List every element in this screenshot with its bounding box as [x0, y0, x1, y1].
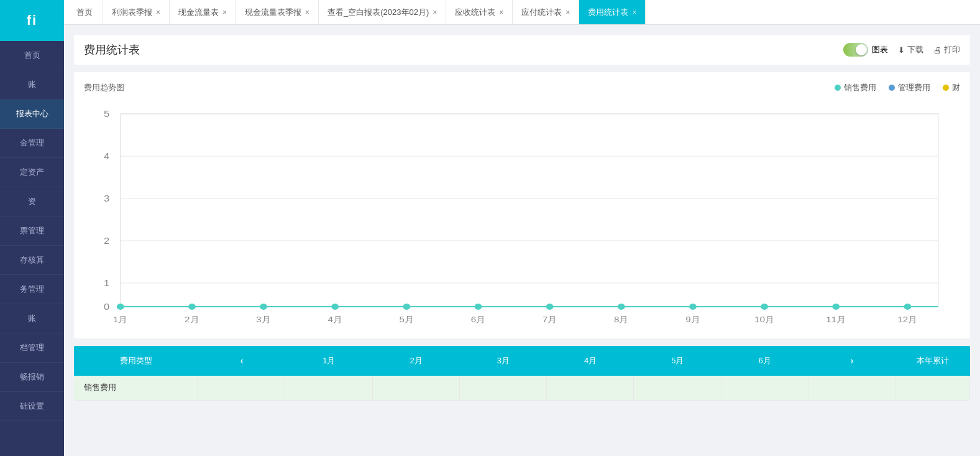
svg-text:3月: 3月 [256, 315, 271, 324]
svg-point-18 [475, 304, 482, 310]
chart-toggle-wrap: 图表 [843, 43, 888, 57]
tab-close-expense-stats[interactable]: × [632, 8, 636, 17]
prev-arrow[interactable]: ‹ [240, 355, 243, 366]
chart-title: 费用趋势图 [84, 82, 124, 93]
page-header: 费用统计表 图表 ⬇ 下载 🖨 打印 [74, 35, 970, 65]
sidebar-item-inventory[interactable]: 存核算 [0, 246, 64, 275]
tab-close-receivable[interactable]: × [499, 8, 503, 17]
chart-header: 费用趋势图 销售费用 管理费用 财 [84, 82, 960, 93]
svg-text:12月: 12月 [897, 315, 917, 324]
sidebar-item-service[interactable]: 务管理 [0, 275, 64, 304]
table-header-type: 费用类型 [74, 355, 198, 366]
table-header-month4: 4月 [547, 355, 634, 366]
svg-point-14 [188, 304, 196, 310]
svg-text:1: 1 [104, 278, 109, 288]
svg-text:5月: 5月 [400, 315, 414, 324]
svg-point-22 [761, 304, 768, 310]
table-header-prev[interactable]: ‹ [198, 355, 285, 366]
svg-point-15 [260, 304, 267, 310]
svg-text:10月: 10月 [754, 315, 774, 324]
chart-section: 费用趋势图 销售费用 管理费用 财 [74, 72, 970, 338]
legend-admin: 管理费用 [889, 82, 930, 93]
table-header-next[interactable]: › [808, 355, 895, 366]
chart-toggle-label: 图表 [872, 44, 888, 55]
tab-close-cashflow-quarter[interactable]: × [305, 8, 309, 17]
print-button[interactable]: 🖨 打印 [933, 44, 960, 55]
content-area: 费用统计表 图表 ⬇ 下载 🖨 打印 费用趋势图 [64, 25, 980, 456]
svg-text:2月: 2月 [185, 315, 199, 324]
tab-blank-report[interactable]: 查看_空白报表(2023年02月) × [319, 0, 446, 25]
table-cell-yearly [895, 376, 970, 400]
svg-point-23 [832, 304, 840, 310]
legend-label-admin: 管理费用 [898, 82, 930, 93]
tab-income-quarter[interactable]: 利润表季报 × [103, 0, 170, 25]
svg-point-20 [618, 304, 625, 310]
table-cell-m4 [547, 376, 634, 400]
sidebar-item-home[interactable]: 首页 [0, 41, 64, 70]
svg-text:3: 3 [104, 193, 109, 203]
svg-text:9月: 9月 [685, 315, 700, 324]
header-actions: 图表 ⬇ 下载 🖨 打印 [843, 43, 960, 57]
table-header-month3: 3月 [460, 355, 547, 366]
table-row-sales: 销售费用 [74, 376, 970, 401]
table-cell-m5 [634, 376, 721, 400]
tab-bar: 首页 利润表季报 × 现金流量表 × 现金流量表季报 × 查看_空白报表(202… [64, 0, 980, 25]
chart-legend: 销售费用 管理费用 财 [835, 82, 960, 93]
svg-text:7月: 7月 [543, 315, 557, 324]
tab-expense-stats[interactable]: 费用统计表 × [579, 0, 646, 25]
table-cell-m6 [721, 376, 808, 400]
print-icon: 🖨 [933, 45, 941, 55]
next-arrow[interactable]: › [850, 355, 853, 366]
table-cell-m3 [460, 376, 547, 400]
legend-label-sales: 销售费用 [844, 82, 876, 93]
legend-sales: 销售费用 [835, 82, 876, 93]
tab-close-blank-report[interactable]: × [433, 8, 437, 17]
svg-point-13 [117, 304, 124, 310]
sidebar-item-archive[interactable]: 档管理 [0, 333, 64, 363]
table-header-month1: 1月 [285, 355, 372, 366]
legend-dot-finance [943, 85, 949, 91]
tab-payable[interactable]: 应付统计表 × [513, 0, 579, 25]
svg-point-21 [689, 304, 697, 310]
svg-text:4月: 4月 [327, 315, 342, 324]
sidebar-item-reports[interactable]: 报表中心 [0, 100, 64, 129]
svg-text:0: 0 [104, 302, 109, 312]
table-cell-placeholder [198, 376, 285, 400]
table-cell-next-placeholder [808, 376, 895, 400]
download-button[interactable]: ⬇ 下载 [898, 44, 923, 55]
sidebar-item-invoice[interactable]: 票管理 [0, 216, 64, 246]
sidebar-item-assets[interactable]: 定资产 [0, 158, 64, 187]
svg-text:4: 4 [104, 151, 110, 161]
svg-text:1月: 1月 [113, 315, 128, 324]
table-header-row: 费用类型 ‹ 1月 2月 3月 4月 5月 6月 › 本年累计 [74, 346, 970, 376]
sidebar-item-capital[interactable]: 资 [0, 187, 64, 216]
svg-rect-12 [121, 114, 938, 307]
tab-home[interactable]: 首页 [66, 0, 103, 25]
svg-point-17 [403, 304, 410, 310]
tab-cashflow[interactable]: 现金流量表 × [170, 0, 236, 25]
tab-close-income-quarter[interactable]: × [156, 8, 160, 17]
legend-dot-admin [889, 85, 895, 91]
tab-receivable[interactable]: 应收统计表 × [446, 0, 513, 25]
table-cell-m2 [373, 376, 460, 400]
tab-close-payable[interactable]: × [566, 8, 570, 17]
sidebar-item-expense[interactable]: 畅报销 [0, 363, 64, 392]
table-header-yearly: 本年累计 [895, 355, 970, 366]
sidebar: fi 首页 账 报表中心 金管理 定资产 资 票管理 存核算 务管理 账 档管理… [0, 0, 64, 456]
legend-label-finance: 财 [952, 82, 960, 93]
trend-chart-svg: 5 4 3 2 1 0 [84, 98, 960, 328]
svg-text:5: 5 [104, 109, 109, 119]
sidebar-item-settings[interactable]: 础设置 [0, 392, 64, 421]
page-title: 费用统计表 [84, 42, 140, 57]
sidebar-item-ledger[interactable]: 账 [0, 304, 64, 333]
chart-toggle[interactable] [843, 43, 868, 57]
tab-close-cashflow[interactable]: × [222, 8, 227, 17]
tab-cashflow-quarter[interactable]: 现金流量表季报 × [236, 0, 319, 25]
table-section: 费用类型 ‹ 1月 2月 3月 4月 5月 6月 › 本年累计 销售费用 [74, 346, 970, 401]
svg-text:11月: 11月 [826, 315, 846, 324]
table-header-month6: 6月 [721, 355, 808, 366]
sidebar-item-fund[interactable]: 金管理 [0, 129, 64, 158]
svg-text:2: 2 [104, 236, 109, 246]
sidebar-item-account[interactable]: 账 [0, 70, 64, 100]
table-header-month5: 5月 [634, 355, 721, 366]
